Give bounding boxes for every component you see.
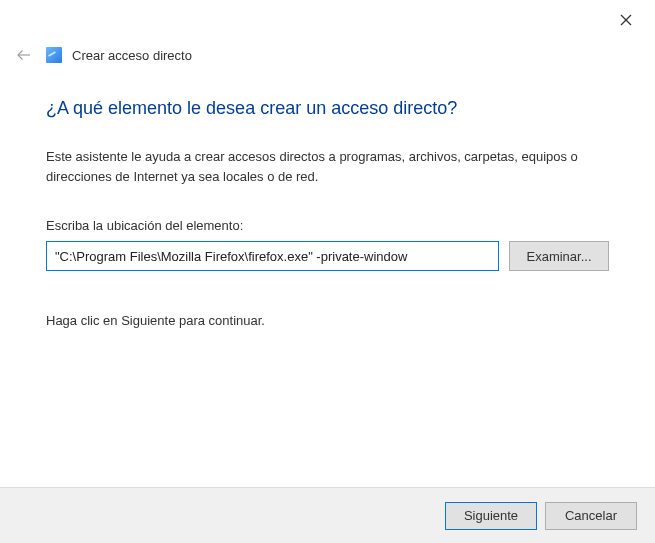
content-area: ¿A qué elemento le desea crear un acceso…: [0, 70, 655, 328]
header-row: Crear acceso directo: [0, 40, 655, 70]
browse-button[interactable]: Examinar...: [509, 241, 609, 271]
cancel-button[interactable]: Cancelar: [545, 502, 637, 530]
titlebar: [0, 0, 655, 40]
close-icon: [620, 14, 632, 26]
instruction-text: Haga clic en Siguiente para continuar.: [46, 313, 609, 328]
page-heading: ¿A qué elemento le desea crear un acceso…: [46, 98, 609, 119]
back-button[interactable]: [12, 43, 36, 67]
footer: Siguiente Cancelar: [0, 487, 655, 543]
wizard-icon: [46, 47, 62, 63]
close-button[interactable]: [607, 6, 645, 34]
description-text: Este asistente le ayuda a crear accesos …: [46, 147, 609, 186]
location-input[interactable]: [46, 241, 499, 271]
back-arrow-icon: [15, 46, 33, 64]
location-label: Escriba la ubicación del elemento:: [46, 218, 609, 233]
input-row: Examinar...: [46, 241, 609, 271]
window-title: Crear acceso directo: [72, 48, 192, 63]
next-button[interactable]: Siguiente: [445, 502, 537, 530]
